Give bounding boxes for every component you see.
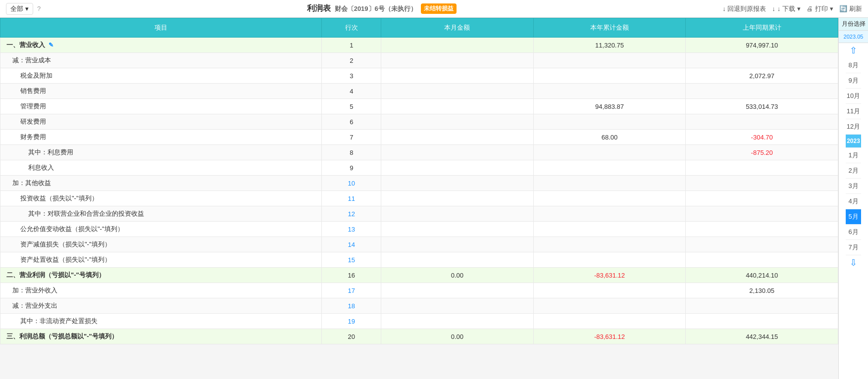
download-label: ↓ 下载 <box>777 4 795 13</box>
month-item[interactable]: 7月 <box>846 240 861 255</box>
chevron-down-icon: ▾ <box>797 5 801 12</box>
row-label: 其中：非流动资产处置损失 <box>0 314 322 329</box>
table-row: 研发费用6 <box>0 114 838 130</box>
table-row: 其中：非流动资产处置损失19 <box>0 314 838 329</box>
month-value <box>381 68 534 84</box>
month-value <box>381 99 534 114</box>
top-bar-right: ↓ 回退到原报表 ↓ ↓ 下载 ▾ 🖨 打印 ▾ 🔄 刷新 <box>722 4 862 13</box>
report-table: 项目 行次 本月金额 本年累计金额 上年同期累计 一、营业收入 ✎111,320… <box>0 18 838 344</box>
row-label: 减：营业外支出 <box>0 298 322 314</box>
month-value <box>381 53 534 68</box>
table-row: 其中：对联营企业和合营企业的投资收益12 <box>0 206 838 222</box>
back-button[interactable]: ↓ 回退到原报表 <box>722 4 766 13</box>
table-row: 资产减值损失（损失以"-"填列）14 <box>0 237 838 252</box>
month-value: 0.00 <box>381 268 534 283</box>
prev-value: 442,344.15 <box>686 329 838 344</box>
prev-value: 974,997.10 <box>686 38 838 53</box>
month-item[interactable]: 10月 <box>846 89 861 104</box>
month-value <box>381 130 534 145</box>
row-label: 公允价值变动收益（损失以"-"填列） <box>0 222 322 237</box>
month-item[interactable]: 6月 <box>846 225 861 240</box>
refresh-icon: 🔄 <box>839 5 847 12</box>
month-item[interactable]: 8月 <box>846 58 861 73</box>
month-item[interactable]: 9月 <box>846 73 861 89</box>
row-number: 6 <box>322 114 381 130</box>
ytd-value <box>533 298 686 314</box>
month-up-arrow[interactable]: ⇧ <box>839 43 868 58</box>
refresh-button[interactable]: 🔄 刷新 <box>839 4 862 13</box>
edit-icon[interactable]: ✎ <box>47 42 53 48</box>
row-number: 13 <box>322 222 381 237</box>
row-label: 加：营业外收入 <box>0 283 322 298</box>
ytd-value: -83,631.12 <box>533 268 686 283</box>
prev-value <box>686 160 838 176</box>
col-header-ytd: 本年累计金额 <box>533 18 686 38</box>
month-value <box>381 145 534 160</box>
month-item[interactable]: 5月 <box>846 209 861 225</box>
help-icon[interactable]: ? <box>37 5 41 12</box>
print-button[interactable]: 🖨 打印 ▾ <box>807 4 833 13</box>
row-number: 3 <box>322 68 381 84</box>
month-item[interactable]: 2023 <box>846 135 861 148</box>
table-row: 加：营业外收入172,130.05 <box>0 283 838 298</box>
report-title: 利润表 <box>307 3 331 14</box>
month-value <box>381 222 534 237</box>
prev-value <box>686 314 838 329</box>
ytd-value <box>533 145 686 160</box>
month-item[interactable]: 2月 <box>846 163 861 179</box>
row-label: 三、利润总额（亏损总额以"-"号填列） <box>0 329 322 344</box>
col-header-row: 行次 <box>322 18 381 38</box>
row-label: 资产减值损失（损失以"-"填列） <box>0 237 322 252</box>
month-item[interactable]: 4月 <box>846 194 861 209</box>
col-header-month: 本月金额 <box>381 18 534 38</box>
row-label: 财务费用 <box>0 130 322 145</box>
row-number: 18 <box>322 298 381 314</box>
chevron-down-icon: ▾ <box>25 5 29 12</box>
ytd-value: 68.00 <box>533 130 686 145</box>
ytd-value <box>533 206 686 222</box>
prev-value <box>686 237 838 252</box>
row-label: 减：营业成本 <box>0 53 322 68</box>
row-label: 管理费用 <box>0 99 322 114</box>
row-label: 二、营业利润（亏损以"-"号填列） <box>0 268 322 283</box>
table-area: 项目 行次 本月金额 本年累计金额 上年同期累计 一、营业收入 ✎111,320… <box>0 18 838 379</box>
month-value <box>381 298 534 314</box>
table-row: 财务费用768.00-304.70 <box>0 130 838 145</box>
ytd-value <box>533 283 686 298</box>
ytd-value <box>533 53 686 68</box>
ytd-value <box>533 176 686 191</box>
table-row: 利息收入9 <box>0 160 838 176</box>
row-label: 研发费用 <box>0 114 322 130</box>
table-row: 资产处置收益（损失以"-"填列）15 <box>0 252 838 268</box>
prev-value <box>686 114 838 130</box>
month-down-arrow[interactable]: ⇩ <box>839 255 868 270</box>
prev-value: 440,214.10 <box>686 268 838 283</box>
download-button[interactable]: ↓ ↓ 下载 ▾ <box>772 4 801 13</box>
row-label: 销售费用 <box>0 84 322 99</box>
month-value <box>381 176 534 191</box>
month-item[interactable]: 1月 <box>846 148 861 163</box>
table-row: 减：营业外支出18 <box>0 298 838 314</box>
table-row: 三、利润总额（亏损总额以"-"号填列）200.00-83,631.12442,3… <box>0 329 838 344</box>
table-row: 二、营业利润（亏损以"-"号填列）160.00-83,631.12440,214… <box>0 268 838 283</box>
month-item[interactable]: 11月 <box>846 104 861 119</box>
table-header-row: 项目 行次 本月金额 本年累计金额 上年同期累计 <box>0 18 838 38</box>
prev-value <box>686 84 838 99</box>
ytd-value: 94,883.87 <box>533 99 686 114</box>
table-row: 一、营业收入 ✎111,320.75974,997.10 <box>0 38 838 53</box>
row-number: 20 <box>322 329 381 344</box>
print-icon: 🖨 <box>807 5 813 12</box>
month-item[interactable]: 3月 <box>846 179 861 194</box>
row-number: 19 <box>322 314 381 329</box>
row-number: 8 <box>322 145 381 160</box>
row-number: 10 <box>322 176 381 191</box>
col-header-item: 项目 <box>0 18 322 38</box>
row-label: 投资收益（损失以"-"填列） <box>0 191 322 206</box>
table-row: 公允价值变动收益（损失以"-"填列）13 <box>0 222 838 237</box>
ytd-value: -83,631.12 <box>533 329 686 344</box>
row-number: 2 <box>322 53 381 68</box>
month-value <box>381 206 534 222</box>
month-item[interactable]: 12月 <box>846 119 861 135</box>
ytd-value <box>533 160 686 176</box>
scope-dropdown[interactable]: 全部 ▾ <box>6 3 33 15</box>
